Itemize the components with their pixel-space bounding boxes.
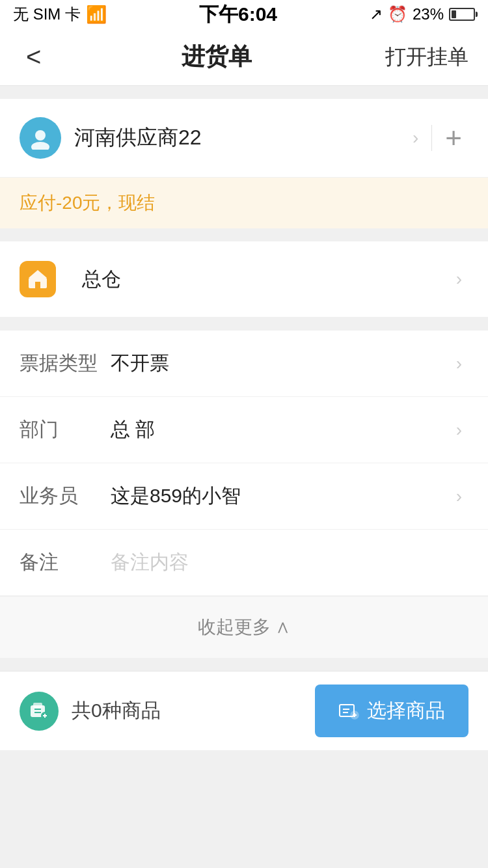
supplier-chevron-icon: › [413,128,418,148]
supplier-name: 河南供应商22 [74,124,413,152]
warehouse-icon [20,261,56,297]
department-value: 总 部 [111,416,456,443]
location-icon: ↗ [370,5,383,23]
select-product-label: 选择商品 [367,698,445,724]
wifi-icon: 📶 [86,5,107,25]
salesperson-label: 业务员 [20,483,98,509]
section-gap-1 [0,86,488,99]
warehouse-row[interactable]: 总仓 › [0,241,488,318]
product-icon [20,692,59,731]
bottom-bar: 共0种商品 选择商品 [0,671,488,750]
department-row[interactable]: 部门 总 部 › [0,397,488,463]
invoice-type-row[interactable]: 票据类型 不开票 › [0,331,488,397]
warehouse-label: 总仓 [82,266,456,293]
invoice-type-label: 票据类型 [20,350,98,377]
svg-point-1 [31,142,49,150]
status-right: ↗ ⏰ 23% [370,5,475,23]
form-section: 票据类型 不开票 › 部门 总 部 › 业务员 这是859的小智 › 备注 备注… [0,331,488,658]
svg-rect-6 [33,703,42,708]
open-pending-button[interactable]: 打开挂单 [385,43,468,72]
salesperson-chevron-icon: › [456,486,462,507]
supplier-avatar [20,117,61,159]
remark-label: 备注 [20,549,98,576]
section-gap-2 [0,228,488,241]
add-supplier-button[interactable]: + [439,122,468,154]
product-count-label: 共0种商品 [72,698,315,724]
remark-placeholder: 备注内容 [111,549,468,576]
battery-icon [449,8,475,21]
alarm-icon: ⏰ [388,5,407,23]
supplier-divider [431,125,432,151]
collapse-label: 收起更多 ∧ [198,615,291,640]
nav-bar: < 进货单 打开挂单 [0,29,488,86]
svg-rect-4 [35,282,40,288]
select-product-button[interactable]: 选择商品 [315,685,468,737]
status-left: 无 SIM 卡 📶 [13,4,107,25]
no-sim-label: 无 SIM 卡 [13,4,81,25]
status-time: 下午6:04 [199,1,277,28]
department-label: 部门 [20,416,98,443]
page-background [0,750,488,868]
invoice-type-chevron-icon: › [456,353,462,374]
salesperson-value: 这是859的小智 [111,483,456,509]
remark-row[interactable]: 备注 备注内容 [0,530,488,596]
supplier-section: 河南供应商22 › + 应付-20元，现结 [0,99,488,228]
back-button[interactable]: < [20,36,47,78]
status-bar: 无 SIM 卡 📶 下午6:04 ↗ ⏰ 23% [0,0,488,29]
svg-point-0 [35,130,46,141]
svg-marker-3 [29,270,47,278]
warehouse-chevron-icon: › [456,269,462,290]
invoice-type-value: 不开票 [111,350,456,377]
notice-text: 应付-20元，现结 [20,193,155,213]
section-gap-3 [0,318,488,331]
collapse-button[interactable]: 收起更多 ∧ [0,596,488,658]
salesperson-row[interactable]: 业务员 这是859的小智 › [0,463,488,530]
supplier-row[interactable]: 河南供应商22 › + [0,99,488,178]
battery-percent: 23% [413,5,444,23]
section-gap-4 [0,658,488,671]
department-chevron-icon: › [456,420,462,441]
page-title: 进货单 [182,41,252,73]
warehouse-section: 总仓 › [0,241,488,318]
notice-row: 应付-20元，现结 [0,178,488,228]
